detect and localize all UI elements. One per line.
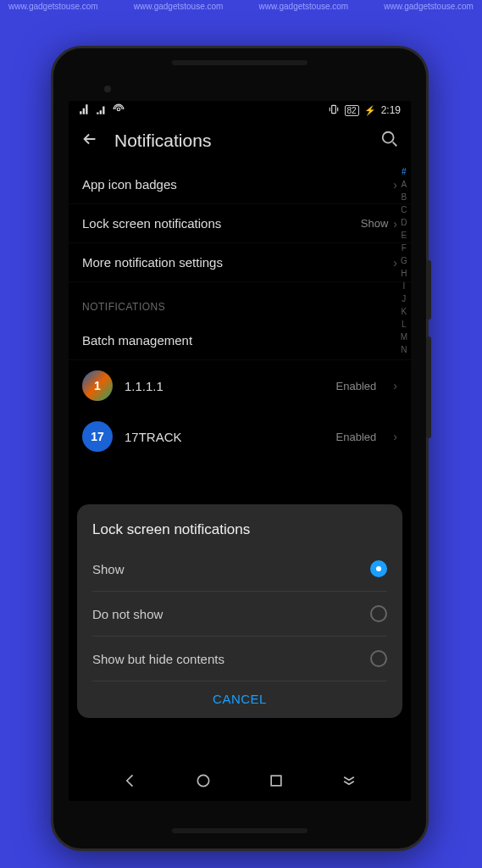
setting-label: App icon badges — [82, 177, 393, 192]
app-row-17track[interactable]: 17 17TRACK Enabled › — [69, 411, 411, 462]
svg-point-2 — [383, 132, 394, 143]
hotspot-icon — [113, 103, 125, 118]
setting-label: Lock screen notifications — [82, 216, 361, 231]
index-letter[interactable]: E — [401, 231, 407, 240]
index-letter[interactable]: I — [401, 281, 407, 291]
index-letter[interactable]: N — [401, 345, 407, 354]
radio-icon[interactable] — [370, 605, 387, 622]
screen: 82 ⚡ 2:19 Notifications App icon badges … — [69, 101, 411, 801]
title-bar: Notifications — [69, 120, 411, 165]
option-label: Do not show — [92, 607, 370, 621]
option-do-not-show[interactable]: Do not show — [92, 592, 387, 637]
phone-frame: 82 ⚡ 2:19 Notifications App icon badges … — [51, 46, 429, 851]
page-title: Notifications — [114, 131, 365, 151]
svg-point-3 — [197, 775, 208, 786]
alphabet-index[interactable]: # A B C D E F G H I J K L M N — [401, 165, 407, 354]
chevron-right-icon: › — [393, 256, 397, 270]
phone-side-button-2 — [426, 337, 431, 438]
back-button[interactable] — [80, 130, 99, 152]
chevron-right-icon: › — [393, 379, 397, 392]
cancel-button[interactable]: CANCEL — [92, 682, 387, 706]
option-label: Show — [92, 562, 370, 576]
setting-label: More notification settings — [82, 255, 393, 270]
app-status: Enabled — [336, 431, 377, 443]
option-show[interactable]: Show — [92, 547, 387, 592]
index-letter[interactable]: L — [401, 320, 407, 329]
front-camera — [104, 86, 111, 92]
clock: 2:19 — [381, 104, 401, 116]
app-icon: 17 — [82, 421, 113, 452]
app-status: Enabled — [336, 380, 377, 392]
radio-selected-icon[interactable] — [370, 560, 387, 577]
setting-icon-badges[interactable]: App icon badges › — [69, 165, 411, 204]
index-letter[interactable]: J — [401, 294, 407, 303]
setting-more[interactable]: More notification settings › — [69, 243, 411, 282]
index-letter[interactable]: F — [401, 243, 407, 253]
app-name: 1.1.1.1 — [125, 379, 324, 393]
watermark-text: www.gadgetstouse.com — [384, 2, 474, 11]
phone-side-button-1 — [426, 260, 431, 320]
index-letter[interactable]: B — [401, 192, 407, 202]
section-header: NOTIFICATIONS — [69, 282, 411, 321]
nav-home-button[interactable] — [195, 772, 212, 793]
chevron-right-icon: › — [393, 430, 397, 443]
watermark-text: www.gadgetstouse.com — [8, 2, 98, 11]
nav-recent-button[interactable] — [268, 772, 285, 793]
svg-rect-4 — [271, 776, 281, 786]
index-letter[interactable]: G — [401, 256, 407, 265]
nav-back-button[interactable] — [122, 772, 139, 793]
watermark-bar: www.gadgetstouse.com www.gadgetstouse.co… — [0, 2, 482, 11]
content-area: App icon badges › Lock screen notificati… — [69, 165, 411, 764]
batch-management[interactable]: Batch management — [69, 321, 411, 360]
app-icon: 1 — [82, 370, 113, 401]
signal-icon-2 — [96, 103, 108, 118]
nav-down-button[interactable] — [341, 772, 357, 793]
app-row-1111[interactable]: 1 1.1.1.1 Enabled › — [69, 360, 411, 411]
signal-icon — [79, 103, 91, 118]
earpiece-top — [172, 60, 307, 65]
index-letter[interactable]: C — [401, 205, 407, 214]
index-letter[interactable]: H — [401, 269, 407, 278]
index-letter[interactable]: A — [401, 180, 407, 189]
battery-level: 82 — [345, 105, 359, 116]
chevron-right-icon: › — [393, 178, 397, 192]
status-bar: 82 ⚡ 2:19 — [69, 101, 411, 120]
index-letter[interactable]: # — [401, 167, 407, 176]
watermark-text: www.gadgetstouse.com — [259, 2, 349, 11]
lock-screen-dialog: Lock screen notifications Show Do not sh… — [77, 504, 402, 718]
dialog-title: Lock screen notifications — [92, 521, 387, 538]
svg-rect-1 — [331, 105, 335, 113]
setting-lock-screen[interactable]: Lock screen notifications Show › — [69, 204, 411, 243]
nav-bar — [69, 764, 411, 801]
earpiece-bottom — [172, 828, 307, 833]
index-letter[interactable]: D — [401, 218, 407, 227]
setting-label: Batch management — [82, 333, 397, 348]
option-hide-contents[interactable]: Show but hide contents — [92, 637, 387, 682]
vibrate-icon — [328, 103, 340, 118]
radio-icon[interactable] — [370, 650, 387, 667]
search-button[interactable] — [380, 130, 399, 152]
app-name: 17TRACK — [125, 430, 324, 444]
index-letter[interactable]: M — [401, 332, 407, 342]
watermark-text: www.gadgetstouse.com — [134, 2, 224, 11]
index-letter[interactable]: K — [401, 307, 407, 316]
setting-value: Show — [361, 217, 389, 230]
chevron-right-icon: › — [393, 217, 397, 231]
svg-point-0 — [117, 108, 120, 111]
option-label: Show but hide contents — [92, 652, 370, 666]
